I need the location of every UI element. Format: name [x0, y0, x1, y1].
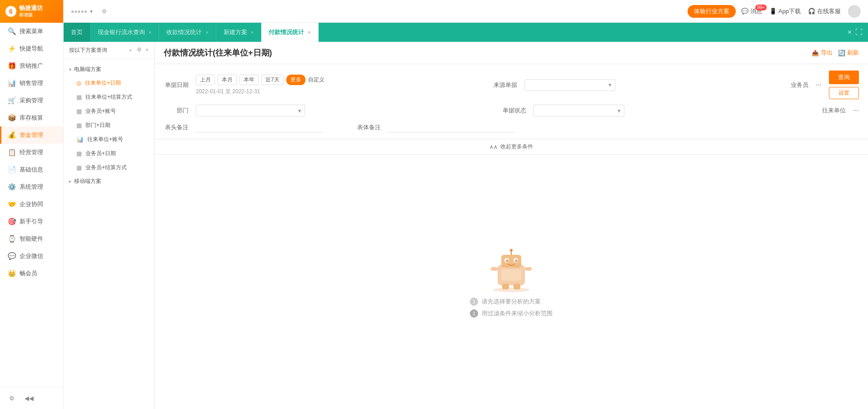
source-select-wrap: ▾ — [524, 79, 615, 91]
add-scheme-icon[interactable]: ＋ — [128, 46, 133, 54]
refresh-btn[interactable]: 🔄 刷新 — [838, 49, 859, 57]
export-btn[interactable]: 📤 导出 — [812, 49, 833, 57]
voucher-status-label: 单据状态 — [501, 106, 526, 115]
settings-gear[interactable]: ⚙ — [102, 8, 107, 15]
header-actions: 💬 消息 99+ 📱 App下载 🎧 在线客服 — [741, 5, 861, 18]
page-content: 按以下方案查询 ＋ ⚙ « ▾ 电脑端方案 ◎ 往来单位+日期 ▦ — [64, 42, 868, 409]
scheme-item-salesman-settlement[interactable]: ▦ 业务员+结算方式 — [64, 161, 154, 175]
tab-cash-bank-close-icon[interactable]: × — [149, 30, 151, 35]
sales-icon: 📊 — [8, 79, 16, 87]
header-remark-input[interactable] — [196, 122, 323, 132]
sidebar-item-operation[interactable]: 📋 经营管理 — [0, 144, 63, 161]
setting-btn[interactable]: 设置 — [829, 87, 859, 99]
sidebar-item-sales[interactable]: 📊 销售管理 — [0, 75, 63, 92]
sidebar-item-wechat[interactable]: 💬 企业微信 — [0, 247, 63, 265]
filter-section: 单据日期 上月 本月 本年 近7天 更多 自定义 2022-01-01 至 20… — [155, 64, 868, 139]
page-header: 付款情况统计(往来单位+日期) 📤 导出 🔄 刷新 — [155, 42, 868, 64]
scheme-group-mobile[interactable]: ▸ 移动端方案 — [64, 175, 154, 188]
date-btn-this-month[interactable]: 本月 — [218, 75, 237, 85]
sidebar-item-wechat-label: 企业微信 — [20, 252, 43, 260]
scheme-item-dept-date[interactable]: ▦ 部门+日期 — [64, 118, 154, 132]
scheme-item-partner-settlement-label: 往来单位+结算方式 — [85, 93, 132, 101]
chevron-down-icon: ▾ — [69, 67, 71, 72]
dept-select[interactable] — [196, 105, 305, 116]
collapse-scheme-icon[interactable]: « — [145, 46, 149, 54]
scheme-item-partner-settlement[interactable]: ▦ 往来单位+结算方式 — [64, 90, 154, 104]
body-remark-input[interactable] — [388, 122, 515, 132]
app-edition: 标准版 — [19, 12, 43, 18]
partner-dots[interactable]: ··· — [853, 106, 859, 115]
date-btn-this-year[interactable]: 本年 — [239, 75, 259, 85]
expand-tab-icon[interactable]: ⛶ — [855, 28, 863, 36]
operation-icon: 📋 — [8, 148, 16, 157]
sidebar-item-cooperation[interactable]: 🤝 企业协同 — [0, 196, 63, 213]
date-btn-last-month[interactable]: 上月 — [196, 75, 215, 85]
sidebar-item-system-label: 系统管理 — [20, 183, 43, 191]
messages-action[interactable]: 💬 消息 99+ — [741, 7, 762, 15]
sidebar-item-quick-nav[interactable]: ⚡ 快捷导航 — [0, 40, 63, 57]
date-buttons: 上月 本月 本年 近7天 更多 自定义 — [196, 75, 324, 85]
scheme-item-salesman-date[interactable]: ▦ 业务员+日期 — [64, 146, 154, 161]
settings-icon[interactable]: ⚙ — [5, 392, 18, 404]
customer-service-action[interactable]: 🎧 在线客服 — [808, 7, 841, 15]
user-avatar[interactable] — [848, 5, 861, 18]
scheme-group-desktop[interactable]: ▾ 电脑端方案 — [64, 63, 154, 76]
filter-action-btns: 查询 设置 — [829, 71, 859, 99]
manage-scheme-icon[interactable]: ⚙ — [137, 46, 142, 54]
tab-new-scheme-close-icon[interactable]: × — [251, 30, 254, 35]
tab-cash-bank-label: 现金银行流水查询 — [98, 28, 145, 36]
sidebar-item-system[interactable]: ⚙️ 系统管理 — [0, 178, 63, 196]
close-all-tabs-icon[interactable]: × — [848, 28, 852, 36]
address-chevron-icon[interactable]: ▾ — [90, 8, 93, 15]
sidebar-item-basic-info[interactable]: 📄 基础信息 — [0, 161, 63, 178]
main-area: ●●●●● ▾ ⚙ 体验行业方案 💬 消息 99+ 📱 App下载 🎧 在线客服 — [64, 0, 868, 409]
tab-receipt-stats[interactable]: 收款情况统计 × — [159, 23, 216, 42]
empty-tips: 1 请先选择要分析的方案 2 用过滤条件来缩小分析范围 — [470, 298, 553, 318]
wechat-icon: 💬 — [8, 252, 16, 260]
search-icon: 🔍 — [8, 27, 16, 35]
scheme-item-salesman-account[interactable]: ▦ 业务员+账号 — [64, 104, 154, 118]
date-btn-more[interactable]: 更多 — [286, 75, 305, 85]
tab-cash-bank[interactable]: 现金银行流水查询 × — [90, 23, 159, 42]
query-btn[interactable]: 查询 — [829, 71, 859, 84]
salesman-dots[interactable]: ··· — [816, 81, 822, 89]
scheme-item-partner-date[interactable]: ◎ 往来单位+日期 — [64, 76, 154, 90]
body-remark-label: 表体备注 — [356, 123, 381, 131]
sidebar-item-inventory[interactable]: 📦 库存核算 — [0, 109, 63, 126]
tab-payment-stats-close-icon[interactable]: × — [308, 30, 310, 35]
date-custom-label[interactable]: 自定义 — [308, 76, 324, 84]
svg-point-5 — [506, 259, 509, 262]
scheme-item-partner-account[interactable]: 📊 往来单位+账号 — [64, 132, 154, 146]
dept-label: 部门 — [164, 106, 189, 115]
sidebar-item-finance[interactable]: 💰 资金管理 — [0, 126, 63, 144]
tab-end-actions: × ⛶ — [842, 28, 868, 36]
sidebar-item-purchase[interactable]: 🛒 采购管理 — [0, 92, 63, 109]
scheme-item-icon-4: 📊 — [76, 136, 84, 143]
sidebar-bottom: ⚙ ◀◀ — [0, 387, 63, 409]
system-icon: ⚙️ — [8, 183, 16, 191]
sidebar-item-search[interactable]: 🔍 搜索菜单 — [0, 23, 63, 40]
svg-rect-12 — [514, 284, 520, 289]
tab-payment-stats[interactable]: 付款情况统计 × — [261, 23, 318, 42]
sidebar-item-member[interactable]: 👑 畅会员 — [0, 265, 63, 282]
tab-receipt-stats-close-icon[interactable]: × — [205, 30, 208, 35]
date-btn-last-7-days[interactable]: 近7天 — [261, 75, 284, 85]
app-download-action[interactable]: 📱 App下载 — [769, 7, 801, 15]
scheme-header-label: 按以下方案查询 — [69, 46, 107, 54]
sidebar-item-marketing[interactable]: 🎁 营销推广 — [0, 57, 63, 75]
collapse-sidebar-icon[interactable]: ◀◀ — [23, 392, 35, 404]
trial-btn[interactable]: 体验行业方案 — [688, 5, 736, 18]
messages-badge: 99+ — [755, 5, 767, 10]
refresh-label: 刷新 — [847, 49, 859, 57]
svg-point-0 — [493, 288, 529, 292]
voucher-status-select[interactable] — [534, 105, 624, 116]
tab-new-scheme[interactable]: 新建方案 × — [216, 23, 261, 42]
tab-home[interactable]: 首页 — [64, 23, 90, 42]
sidebar-item-hardware[interactable]: ⌚ 智能硬件 — [0, 230, 63, 247]
scheme-item-partner-account-label: 往来单位+账号 — [87, 136, 123, 143]
scheme-group-desktop-label: 电脑端方案 — [74, 66, 101, 73]
tip-num-2: 2 — [470, 309, 478, 318]
source-select[interactable] — [524, 79, 615, 91]
collapse-bar[interactable]: ∧∧ 收起更多条件 — [155, 139, 868, 155]
sidebar-item-guide[interactable]: 🎯 新手引导 — [0, 213, 63, 230]
